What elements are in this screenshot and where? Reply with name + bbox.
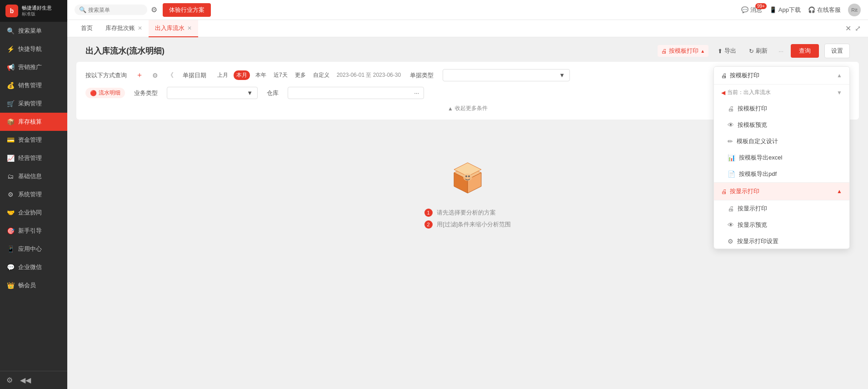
chevron-up-icon4: ▲ (448, 105, 453, 112)
sidebar-item-label: 应用中心 (18, 245, 42, 253)
trial-btn[interactable]: 体验行业方案 (163, 3, 211, 17)
sidebar-item-guide[interactable]: 🎯 新手引导 (0, 222, 67, 240)
online-service-btn[interactable]: 🎧 在线客服 (808, 6, 841, 14)
receipt-type-label: 单据类型 (410, 71, 434, 80)
tab-stock-flow[interactable]: 出入库流水 ✕ (149, 20, 198, 37)
sidebar-item-member[interactable]: 👑 畅会员 (0, 276, 67, 294)
printer-icon3: 🖨 (721, 188, 727, 195)
user-avatar[interactable]: Rit (848, 4, 861, 16)
preview-icon: 👁 (728, 121, 734, 129)
printer-icon: 🖨 (661, 48, 667, 55)
query-btn[interactable]: 查询 (791, 44, 819, 58)
content-area: 出入库流水(流水明细) 🖨 按模板打印 ▲ ⬆ 导出 ↻ 刷新 ··· 查询 设… (67, 37, 868, 389)
template-print-current[interactable]: ◀ 当前：出入库流水 ▼ (714, 85, 849, 100)
messages-btn[interactable]: 💬 消息 99+ (741, 6, 762, 14)
export-btn[interactable]: ⬆ 导出 (714, 45, 740, 57)
topbar-gear-icon[interactable]: ⚙ (151, 5, 157, 14)
warehouse-more-icon: ··· (414, 90, 419, 96)
template-export-excel-label: 按模板导出excel (739, 154, 782, 162)
app-download-btn[interactable]: 📱 App下载 (769, 6, 801, 14)
svg-point-6 (468, 175, 470, 177)
settings-bottom-icon[interactable]: ⚙ (6, 376, 13, 384)
sidebar-item-label: 企业协同 (18, 209, 42, 217)
sidebar-item-system[interactable]: ⚙ 系统管理 (0, 185, 67, 204)
tab-home-label: 首页 (81, 24, 93, 32)
sidebar-item-wechat[interactable]: 💬 企业微信 (0, 258, 67, 276)
search-input[interactable] (88, 7, 143, 13)
filter-collapse-icon[interactable]: 《 (167, 71, 174, 80)
sidebar-item-operations[interactable]: 📈 经营管理 (0, 149, 67, 167)
chevron-down-icon: ▼ (837, 90, 842, 96)
display-print-label: 按显示打印 (730, 187, 759, 195)
template-print-section-header[interactable]: 🖨 按模板打印 ▲ (714, 67, 849, 85)
business-type-select[interactable]: ▼ (167, 87, 258, 99)
app-edition: 标准版 (22, 11, 52, 17)
sidebar-item-label: 新手引导 (18, 227, 42, 235)
message-icon: 💬 (741, 6, 748, 13)
template-custom-design-item[interactable]: ✏ 模板自定义设计 (714, 133, 849, 150)
print-template-btn[interactable]: 🖨 按模板打印 ▲ (658, 45, 708, 57)
date-custom[interactable]: 自定义 (311, 70, 331, 80)
date-more[interactable]: 更多 (293, 70, 308, 80)
sidebar-item-marketing[interactable]: 📢 营销推广 (0, 58, 67, 76)
tab-stock-flow-label: 出入库流水 (155, 24, 185, 32)
topbar-search-box[interactable]: 🔍 (75, 5, 147, 15)
date-shortcuts: 上月 本月 本年 近7天 更多 自定义 2023-06-01 至 2023-06… (215, 70, 401, 80)
settings-btn[interactable]: 设置 (824, 44, 850, 58)
window-maximize-icon[interactable]: ⤢ (855, 24, 861, 33)
date-last-7days[interactable]: 近7天 (272, 70, 289, 80)
sidebar-item-inventory[interactable]: 📦 库存核算 (0, 113, 67, 131)
chevron-up-icon3: ▲ (837, 188, 842, 194)
sidebar-item-app-center[interactable]: 📱 应用中心 (0, 240, 67, 258)
refresh-btn[interactable]: ↻ 刷新 (745, 45, 771, 57)
display-print-section-header[interactable]: 🖨 按显示打印 ▲ (714, 183, 849, 200)
sidebar-item-label: 快捷导航 (18, 45, 42, 53)
sidebar-item-label: 搜索菜单 (18, 27, 42, 35)
sidebar-item-purchase[interactable]: 🛒 采购管理 (0, 95, 67, 113)
date-last-month[interactable]: 上月 (215, 70, 230, 80)
sidebar-item-quick-nav[interactable]: ⚡ 快捷导航 (0, 40, 67, 58)
warehouse-select[interactable]: ··· (288, 87, 424, 99)
app-logo-icon: b (5, 5, 18, 17)
receipt-type-select[interactable]: ▼ (443, 69, 570, 81)
display-print-settings-item[interactable]: ⚙ 按显示打印设置 (714, 233, 849, 249)
filter-settings-icon[interactable]: ⚙ (152, 72, 158, 79)
handshake-icon: 🤝 (6, 209, 15, 216)
sidebar-item-sales[interactable]: 💰 销售管理 (0, 76, 67, 95)
sidebar-item-finance[interactable]: 💳 资金管理 (0, 131, 67, 149)
tab-batch-account-close[interactable]: ✕ (138, 25, 142, 31)
display-preview-item[interactable]: 👁 按显示预览 (714, 217, 849, 233)
window-close-icon[interactable]: ✕ (845, 24, 851, 33)
date-this-year[interactable]: 本年 (254, 70, 268, 80)
template-preview-item[interactable]: 👁 按模板预览 (714, 117, 849, 133)
business-type-dropdown-icon: ▼ (247, 90, 253, 96)
warehouse-label: 仓库 (267, 89, 279, 97)
tab-batch-account[interactable]: 库存批次账 ✕ (99, 20, 149, 37)
business-type-label: 业务类型 (134, 89, 158, 97)
date-this-month[interactable]: 本月 (234, 70, 250, 80)
more-actions-icon[interactable]: ··· (778, 48, 783, 55)
sidebar-nav: 🔍 搜索菜单 ⚡ 快捷导航 📢 营销推广 💰 销售管理 🛒 采购管理 📦 库存核… (0, 22, 67, 371)
collapse-sidebar-icon[interactable]: ◀◀ (20, 376, 31, 384)
page-title: 出入库流水(流水明细) (85, 45, 165, 56)
refresh-icon: ↻ (749, 48, 754, 55)
target-icon: 🎯 (6, 227, 15, 234)
tab-stock-flow-close[interactable]: ✕ (187, 25, 192, 31)
empty-tip-2: 2 用[过滤]条件来缩小分析范围 (424, 219, 511, 230)
gear-icon: ⚙ (6, 191, 15, 198)
sidebar-item-label: 库存核算 (18, 118, 42, 126)
online-service-label: 在线客服 (817, 6, 841, 14)
sidebar-item-search[interactable]: 🔍 搜索菜单 (0, 22, 67, 40)
sidebar-item-base[interactable]: 🗂 基础信息 (0, 167, 67, 185)
folder-icon: 🗂 (6, 173, 15, 180)
display-print-item[interactable]: 🖨 按显示打印 (714, 200, 849, 217)
template-export-excel-item[interactable]: 📊 按模板导出excel (714, 150, 849, 166)
tab-home[interactable]: 首页 (75, 20, 99, 37)
template-print-item[interactable]: 🖨 按模板打印 (714, 100, 849, 117)
filter-tag-label: 流水明细 (99, 89, 120, 97)
sidebar-item-enterprise[interactable]: 🤝 企业协同 (0, 204, 67, 222)
filter-tag-water[interactable]: 🔴 流水明细 (85, 88, 125, 98)
template-export-pdf-item[interactable]: 📄 按模板导出pdf (714, 166, 849, 182)
add-filter-icon[interactable]: ＋ (136, 70, 143, 80)
collapse-more-label: 收起更多条件 (455, 105, 488, 112)
